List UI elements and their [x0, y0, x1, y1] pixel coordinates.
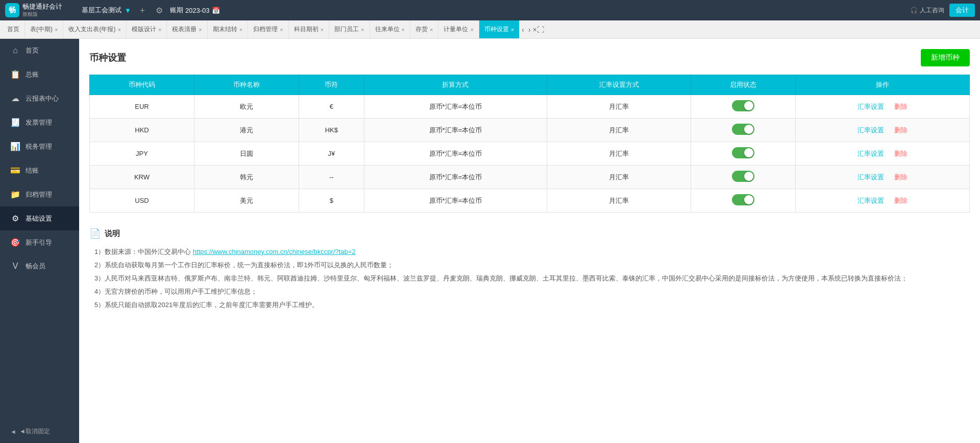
tab-label: 部门员工	[334, 25, 359, 34]
sidebar-item-guide[interactable]: 🎯 新手引导	[0, 230, 79, 254]
close-all-tabs-button[interactable]: ×	[533, 26, 537, 34]
tab-tax-table[interactable]: 税表清册 ×	[167, 20, 207, 39]
tab-midterm[interactable]: 表(中期) ×	[25, 20, 63, 39]
sidebar-item-member[interactable]: V 畅会员	[0, 254, 79, 278]
tab-subject-init[interactable]: 科目期初 ×	[289, 20, 329, 39]
sidebar-item-label: 基础设置	[26, 214, 52, 223]
close-icon[interactable]: ×	[321, 27, 324, 33]
tab-label: 归档管理	[253, 25, 278, 34]
cell-conversion: 原币*汇率=本位币	[364, 119, 547, 142]
delete-button[interactable]: 删除	[894, 126, 908, 135]
toggle-switch[interactable]	[732, 171, 754, 182]
cell-symbol: J¥	[299, 142, 364, 166]
cell-name: 日圆	[194, 142, 299, 166]
notes-list: 1）数据来源：中国外汇交易中心 https://www.chinamoney.c…	[89, 245, 970, 312]
cell-rate-type: 月汇率	[547, 95, 691, 119]
sidebar-item-label: 税务管理	[26, 142, 52, 151]
tab-template[interactable]: 模版设计 ×	[127, 20, 167, 39]
page-header: 币种设置 新增币种	[89, 49, 970, 66]
toggle-switch[interactable]	[732, 147, 754, 158]
sidebar-item-invoice[interactable]: 🧾 发票管理	[0, 110, 79, 134]
cell-status	[691, 95, 796, 119]
tab-bar: 首页 表(中期) × 收入支出表(年报) × 模版设计 × 税表清册 × 期末结…	[0, 20, 980, 39]
company-selector[interactable]: 基层工会测试 ▼	[82, 6, 131, 15]
close-icon[interactable]: ×	[280, 27, 283, 33]
close-icon[interactable]: ×	[199, 27, 202, 33]
calendar-icon[interactable]: 📅	[212, 7, 220, 14]
tab-archive[interactable]: 归档管理 ×	[248, 20, 288, 39]
rate-settings-button[interactable]: 汇率设置	[857, 149, 884, 158]
close-icon[interactable]: ×	[55, 27, 58, 33]
rate-settings-button[interactable]: 汇率设置	[857, 126, 884, 135]
tab-annual[interactable]: 收入支出表(年报) ×	[63, 20, 126, 39]
top-bar-actions: 🎧 人工咨询 会计	[910, 4, 975, 17]
tab-next-button[interactable]: ›	[526, 26, 533, 34]
delete-button[interactable]: 删除	[894, 102, 908, 111]
tab-label: 存货	[415, 25, 428, 34]
tab-department[interactable]: 部门员工 ×	[329, 20, 370, 39]
tab-label: 首页	[7, 25, 19, 34]
sidebar-item-basic-settings[interactable]: ⚙ 基础设置	[0, 206, 79, 230]
member-icon: V	[10, 262, 20, 271]
close-icon[interactable]: ×	[361, 27, 364, 33]
account-button[interactable]: 会计	[949, 4, 975, 17]
sidebar-item-label: 发票管理	[26, 118, 52, 127]
page-title: 币种设置	[89, 52, 126, 64]
new-currency-button[interactable]: 新增币种	[921, 49, 970, 66]
tab-contacts[interactable]: 往来单位 ×	[370, 20, 410, 39]
tax-icon: 📊	[10, 142, 20, 151]
rate-settings-button[interactable]: 汇率设置	[857, 102, 884, 111]
settings-icon[interactable]: ⚙	[154, 5, 165, 16]
cell-symbol: $	[299, 189, 364, 213]
close-icon[interactable]: ×	[239, 27, 242, 33]
sidebar-item-home[interactable]: ⌂ 首页	[0, 39, 79, 62]
tab-unit[interactable]: 计量单位 ×	[438, 20, 479, 39]
cell-symbol: €	[299, 95, 364, 119]
sidebar-item-general-ledger[interactable]: 📋 总账	[0, 62, 79, 86]
cell-conversion: 原币*汇率=本位币	[364, 95, 547, 119]
cell-name: 欧元	[194, 95, 299, 119]
expand-button[interactable]: ⛶	[537, 26, 544, 34]
close-icon[interactable]: ×	[511, 27, 514, 33]
tab-label: 期末结转	[213, 25, 237, 34]
rate-settings-button[interactable]: 汇率设置	[857, 173, 884, 182]
sidebar-item-cloud-reports[interactable]: ☁ 云报表中心	[0, 86, 79, 110]
delete-button[interactable]: 删除	[894, 173, 908, 182]
rate-settings-button[interactable]: 汇率设置	[857, 196, 884, 205]
help-button[interactable]: 🎧 人工咨询	[910, 6, 944, 15]
notes-link[interactable]: https://www.chinamoney.com.cn/chinese/bk…	[193, 248, 356, 255]
cell-code: KRW	[90, 166, 194, 189]
delete-button[interactable]: 删除	[894, 149, 908, 158]
table-row: JPY 日圆 J¥ 原币*汇率=本位币 月汇率 汇率设置 删除	[90, 142, 970, 166]
sidebar-item-label: 新手引导	[26, 238, 52, 247]
close-icon[interactable]: ×	[470, 27, 473, 33]
info-icon: 📄	[89, 228, 101, 239]
close-icon[interactable]: ×	[117, 27, 120, 33]
toggle-switch[interactable]	[732, 194, 754, 205]
cell-rate-type: 月汇率	[547, 166, 691, 189]
tab-period-transfer[interactable]: 期末结转 ×	[208, 20, 248, 39]
tab-inventory[interactable]: 存货 ×	[410, 20, 438, 39]
tab-prev-button[interactable]: ‹	[520, 26, 526, 34]
toggle-switch[interactable]	[732, 124, 754, 135]
close-icon[interactable]: ×	[402, 27, 405, 33]
close-icon[interactable]: ×	[158, 27, 161, 33]
cell-conversion: 原币*汇率=本位币	[364, 142, 547, 166]
sidebar-item-archive[interactable]: 📁 归档管理	[0, 182, 79, 206]
note-item: 1）数据来源：中国外汇交易中心 https://www.chinamoney.c…	[94, 245, 970, 259]
period-value: 2023-03	[185, 7, 210, 14]
cloud-icon: ☁	[10, 94, 20, 103]
sidebar-pin-toggle[interactable]: ◄ ◄取消固定	[0, 420, 79, 443]
cell-actions: 汇率设置 删除	[796, 189, 970, 213]
close-icon[interactable]: ×	[430, 27, 433, 33]
sidebar-item-checkout[interactable]: 💳 结账	[0, 158, 79, 182]
tab-home[interactable]: 首页	[2, 20, 25, 39]
checkout-icon: 💳	[10, 166, 20, 175]
toggle-switch[interactable]	[732, 100, 754, 111]
table-row: HKD 港元 HK$ 原币*汇率=本位币 月汇率 汇率设置 删除	[90, 119, 970, 142]
delete-button[interactable]: 删除	[894, 196, 908, 205]
tab-currency[interactable]: 币种设置 ×	[479, 20, 520, 39]
add-tab-button[interactable]: ＋	[136, 4, 149, 17]
sidebar-item-tax[interactable]: 📊 税务管理	[0, 134, 79, 158]
archive-icon: 📁	[10, 190, 20, 199]
